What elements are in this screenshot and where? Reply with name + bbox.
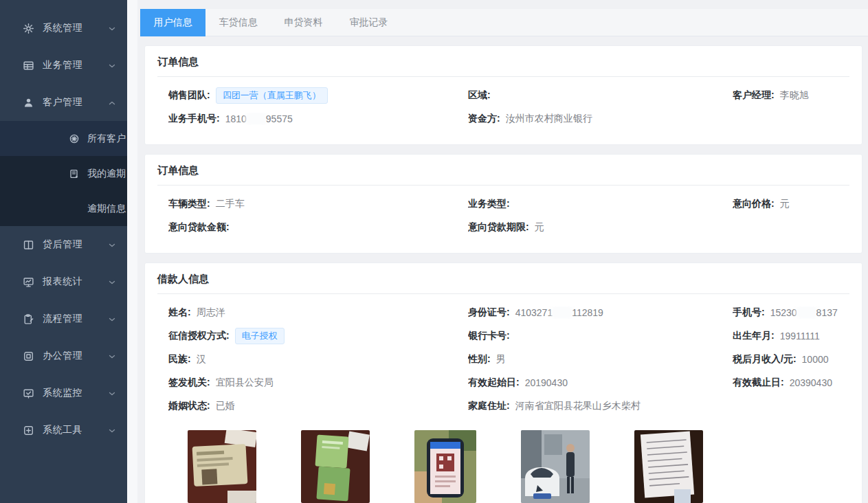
id-card-photo-thumbnail (188, 430, 256, 503)
sidebar-item-business-mgmt[interactable]: 业务管理 (0, 47, 127, 84)
sales-team-tag: 四团一营（直属王鹏飞） (216, 87, 328, 104)
sidebar-item-label: 流程管理 (43, 313, 108, 325)
field-valid-to: 有效截止日: 20390430 (733, 377, 848, 389)
sidebar-item-customer-mgmt[interactable]: 客户管理 (0, 84, 127, 121)
main-content: 用户信息 车贷信息 申贷资料 审批记录 订单信息 销售团队: 四团一营（直属王鹏… (137, 0, 868, 503)
photo-id-card-portrait[interactable]: 人像面 (188, 430, 256, 503)
sidebar-item-label: 逾期信息 (87, 203, 126, 215)
field-region: 区域: (468, 89, 733, 102)
document-photos: 人像面 驾驶证原件 (188, 430, 848, 503)
field-value: 汉 (197, 353, 206, 366)
sidebar-item-label: 所有客户 (87, 133, 126, 145)
field-label: 意向贷款期限: (468, 221, 529, 234)
field-value: 周志洋 (197, 306, 225, 319)
field-label: 征信授权方式: (168, 330, 230, 342)
tab-loan-application-docs[interactable]: 申贷资料 (271, 9, 336, 36)
tab-approval-records[interactable]: 审批记录 (336, 9, 401, 36)
sidebar-item-office-mgmt[interactable]: 办公管理 (0, 337, 127, 375)
field-label: 车辆类型: (168, 198, 210, 210)
sidebar-item-all-customers[interactable]: 所有客户 (0, 121, 127, 156)
field-value: 181095575 (225, 113, 293, 124)
photo-auth-qr-code[interactable]: 授权码拍照 (414, 430, 476, 503)
section-title: 借款人信息 (157, 263, 849, 294)
field-value: 20390430 (790, 377, 832, 388)
field-sales-team: 销售团队: 四团一营（直属王鹏飞） (168, 87, 468, 104)
customer-mgmt-submenu: 所有客户 我的逾期 逾期信息 (0, 121, 127, 226)
handwritten-doc-photo-thumbnail (634, 430, 703, 503)
field-label: 身份证号: (468, 306, 510, 319)
field-value: 元 (780, 198, 790, 210)
field-business-type: 业务类型: (468, 198, 733, 210)
user-icon (23, 97, 34, 109)
field-birth: 出生年月: 19911111 (733, 330, 848, 342)
chevron-down-icon (108, 61, 116, 69)
field-label: 业务手机号: (168, 113, 220, 125)
field-value: 男 (496, 353, 506, 366)
field-loan-term: 意向贷款期限: 元 (468, 221, 733, 234)
sidebar-item-my-overdue[interactable]: 我的逾期 (0, 156, 127, 191)
grid-icon (23, 60, 34, 71)
chevron-down-icon (108, 278, 116, 286)
field-label: 税后月收入/元: (733, 353, 797, 366)
photo-handwritten-certificate[interactable]: 村委证明材料 (634, 430, 703, 503)
sidebar-item-process-mgmt[interactable]: 流程管理 (0, 300, 127, 337)
field-label: 业务类型: (468, 198, 510, 210)
sidebar: 系统管理 业务管理 客户管理 所有客户 (0, 0, 127, 503)
tab-user-info[interactable]: 用户信息 (140, 9, 205, 36)
sidebar-item-system-tools[interactable]: 系统工具 (0, 412, 127, 449)
field-label: 意向价格: (733, 198, 775, 210)
field-label: 区域: (468, 89, 491, 102)
sidebar-item-postloan-mgmt[interactable]: 贷后管理 (0, 226, 127, 263)
sidebar-gutter (127, 0, 137, 503)
field-label: 银行卡号: (468, 330, 510, 342)
field-label: 销售团队: (168, 89, 210, 102)
field-label: 性别: (468, 353, 491, 366)
redaction-blur (553, 308, 571, 317)
box-plus-icon (23, 425, 34, 436)
field-label: 婚姻状态: (168, 400, 210, 412)
gear-icon (23, 23, 34, 34)
app-window: 系统管理 业务管理 客户管理 所有客户 (0, 0, 868, 503)
sidebar-item-overdue-info[interactable]: 逾期信息 (0, 191, 127, 226)
sidebar-item-label: 报表统计 (43, 276, 108, 288)
field-label: 民族: (168, 353, 191, 366)
chevron-up-icon (108, 98, 116, 107)
field-label: 有效截止日: (733, 377, 784, 389)
field-credit-auth: 征信授权方式: 电子授权 (168, 328, 468, 344)
field-label: 意向贷款金额: (168, 221, 230, 234)
sidebar-item-label: 我的逾期 (87, 168, 126, 180)
sidebar-item-label: 系统监控 (43, 387, 108, 399)
notebook-icon (69, 168, 80, 179)
field-business-phone: 业务手机号: 181095575 (168, 113, 468, 125)
sidebar-item-report-stats[interactable]: 报表统计 (0, 263, 127, 300)
sidebar-item-label: 贷后管理 (43, 238, 108, 251)
sidebar-item-system-mgmt[interactable]: 系统管理 (0, 10, 127, 47)
field-marital-status: 婚姻状态: 已婚 (168, 400, 468, 412)
section-title: 订单信息 (157, 155, 849, 186)
redaction-blur (798, 308, 816, 317)
sidebar-item-system-monitor[interactable]: 系统监控 (0, 375, 127, 412)
field-bank-card: 银行卡号: (468, 330, 733, 342)
tab-car-loan-info[interactable]: 车贷信息 (205, 9, 271, 36)
field-value: 20190430 (525, 377, 568, 388)
photo-drivers-license[interactable]: 驾驶证原件 (301, 430, 370, 503)
field-valid-from: 有效起始日: 20190430 (468, 377, 733, 389)
field-value: 宜阳县公安局 (216, 377, 274, 389)
field-label: 家庭住址: (468, 400, 510, 412)
photo-person-with-car[interactable]: 人车合影 (521, 430, 590, 503)
chevron-down-icon (108, 426, 116, 434)
field-loan-amount: 意向贷款金额: (168, 221, 468, 234)
field-label: 客户经理: (733, 89, 775, 102)
borrower-info-card: 借款人信息 姓名: 周志洋 身份证号: 4103271112819 手机号: 1… (144, 262, 863, 503)
chevron-down-icon (108, 352, 116, 360)
section-title: 订单信息 (157, 46, 849, 77)
field-label: 资金方: (468, 113, 500, 125)
order-info-card-1: 订单信息 销售团队: 四团一营（直属王鹏飞） 区域: 客户经理: 李晓旭 (144, 45, 863, 145)
field-gender: 性别: 男 (468, 353, 733, 366)
field-value: 二手车 (216, 198, 245, 210)
field-value: 4103271112819 (515, 307, 603, 318)
field-label: 出生年月: (733, 330, 775, 342)
order-info-card-2: 订单信息 车辆类型: 二手车 业务类型: 意向价格: 元 (144, 154, 863, 254)
field-issuing-authority: 签发机关: 宜阳县公安局 (168, 377, 468, 389)
field-value: 汝州市农村商业银行 (506, 113, 592, 125)
